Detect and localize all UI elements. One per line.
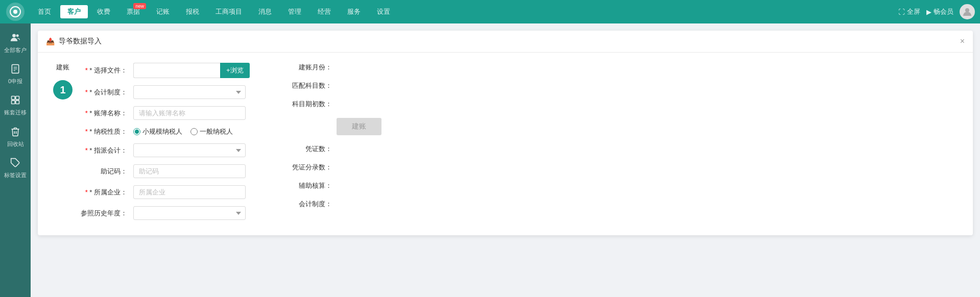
nav-item-manage[interactable]: 管理 xyxy=(281,5,308,18)
ledger-name-row xyxy=(133,106,275,120)
build-account-button[interactable]: 建账 xyxy=(337,118,381,135)
info-accounting-system-label: 会计制度： xyxy=(290,200,336,209)
browse-button[interactable]: +浏览 xyxy=(220,63,250,78)
memo-input[interactable] xyxy=(133,164,246,178)
subjects-initial-label: 科目期初数： xyxy=(290,100,336,109)
nav-item-customer[interactable]: 客户 xyxy=(60,5,88,18)
nav-item-home[interactable]: 首页 xyxy=(31,5,58,18)
memo-row xyxy=(133,164,275,178)
tax-type-label: * 纳税性质： xyxy=(81,127,129,136)
sidebar-tags-label: 标签设置 xyxy=(4,172,27,179)
voucher-entries-row: 凭证分录数： xyxy=(290,163,336,172)
sidebar-item-migration[interactable]: 账套迁移 xyxy=(2,91,29,120)
build-month-label: 建账月份： xyxy=(290,63,336,72)
sidebar-recycle-label: 回收站 xyxy=(7,141,24,147)
sidebar-item-recycle[interactable]: 回收站 xyxy=(2,122,29,152)
build-month-row: 建账月份： xyxy=(290,63,336,72)
sidebar-item-tags[interactable]: 标签设置 xyxy=(2,154,29,183)
dialog-card: 📤 导爷数据导入 × 建账 1 xyxy=(38,31,973,235)
sidebar: 全部客户 0申报 账套迁移 xyxy=(0,23,31,297)
user-avatar[interactable] xyxy=(960,4,975,19)
history-year-row xyxy=(133,206,275,220)
vip-button[interactable]: ▶ 畅会员 xyxy=(926,7,953,16)
form-grid: * 选择文件： +浏览 * 会计制度： xyxy=(81,63,275,220)
general-taxpayer-option[interactable]: 一般纳税人 xyxy=(190,127,233,136)
memo-label: 助记码： xyxy=(81,167,129,176)
nav-item-tax[interactable]: 报税 xyxy=(179,5,206,18)
svg-rect-8 xyxy=(16,96,19,100)
auxiliary-row: 辅助核算： xyxy=(290,181,336,190)
fullscreen-button[interactable]: ⛶ 全屏 xyxy=(898,7,920,16)
history-year-label: 参照历史年度： xyxy=(81,209,129,218)
history-year-select[interactable] xyxy=(133,206,246,220)
nav-item-fees[interactable]: 收费 xyxy=(90,5,117,18)
nav-item-settings[interactable]: 设置 xyxy=(370,5,397,18)
main-content: 📤 导爷数据导入 × 建账 1 xyxy=(31,23,980,297)
company-input[interactable] xyxy=(133,185,246,199)
right-info-area: 建账月份： 匹配科目数： 科目期初数： 建账 xyxy=(275,63,428,220)
tax-radio-group: 小规模纳税人 一般纳税人 xyxy=(133,127,233,136)
fullscreen-icon: ⛶ xyxy=(898,8,905,16)
small-taxpayer-radio[interactable] xyxy=(133,128,140,135)
file-label: * 选择文件： xyxy=(81,66,129,75)
info-accounting-system-row: 会计制度： xyxy=(290,200,336,209)
dialog-body: 建账 1 * 选择文件： +浏览 xyxy=(38,53,973,235)
svg-rect-9 xyxy=(12,101,15,104)
svg-point-1 xyxy=(12,34,16,38)
accountant-select[interactable] xyxy=(133,143,246,157)
match-subjects-label: 匹配科目数： xyxy=(290,81,336,90)
dialog-header: 📤 导爷数据导入 × xyxy=(38,31,973,53)
ledger-name-input[interactable] xyxy=(133,106,246,120)
accountant-label: * 指派会计： xyxy=(81,146,129,155)
svg-point-0 xyxy=(965,8,969,12)
nav-item-business[interactable]: 工商项目 xyxy=(208,5,249,18)
small-taxpayer-option[interactable]: 小规模纳税人 xyxy=(133,127,182,136)
nav-item-message[interactable]: 消息 xyxy=(251,5,279,18)
accounting-system-select[interactable] xyxy=(133,85,246,99)
sidebar-item-declaration[interactable]: 0申报 xyxy=(2,60,29,89)
small-taxpayer-label: 小规模纳税人 xyxy=(142,127,182,136)
close-icon[interactable]: × xyxy=(960,37,965,46)
vip-icon: ▶ xyxy=(926,8,931,16)
ledger-name-label: * 账簿名称： xyxy=(81,109,129,118)
vouchers-row: 凭证数： xyxy=(290,144,336,154)
svg-rect-7 xyxy=(12,96,15,100)
new-badge: new xyxy=(133,3,146,9)
file-input[interactable] xyxy=(133,63,220,78)
voucher-entries-label: 凭证分录数： xyxy=(290,163,336,172)
top-navigation: 首页 客户 收费 票据 new 记账 报税 工商项目 消息 管理 经营 服务 设… xyxy=(0,0,980,23)
nav-item-invoice[interactable]: 票据 new xyxy=(119,5,147,18)
match-subjects-row: 匹配科目数： xyxy=(290,81,336,90)
app-logo xyxy=(5,2,26,22)
nav-item-service[interactable]: 服务 xyxy=(340,5,368,18)
sidebar-declaration-label: 0申报 xyxy=(8,78,22,85)
form-area: 建账 1 * 选择文件： +浏览 xyxy=(53,63,428,220)
tag-icon xyxy=(10,158,20,170)
import-icon: 📤 xyxy=(46,37,55,45)
nav-item-operation[interactable]: 经营 xyxy=(310,5,338,18)
migration-icon xyxy=(10,95,20,108)
nav-item-bookkeeping[interactable]: 记账 xyxy=(149,5,177,18)
step-text: 建账 xyxy=(56,63,69,72)
tax-type-row: 小规模纳税人 一般纳税人 xyxy=(133,127,275,136)
step-number: 1 xyxy=(53,80,73,100)
trash-icon xyxy=(10,127,20,139)
accounting-system-row xyxy=(133,85,275,99)
general-taxpayer-label: 一般纳税人 xyxy=(200,127,233,136)
company-row xyxy=(133,185,275,199)
main-layout: 全部客户 0申报 账套迁移 xyxy=(0,23,980,297)
general-taxpayer-radio[interactable] xyxy=(190,128,198,135)
sidebar-item-all-customers[interactable]: 全部客户 xyxy=(2,29,29,58)
vouchers-label: 凭证数： xyxy=(290,144,336,154)
accountant-row xyxy=(133,143,275,157)
step-indicator: 建账 1 xyxy=(53,63,73,100)
svg-point-2 xyxy=(16,34,19,37)
file-input-group: +浏览 xyxy=(133,63,250,78)
auxiliary-label: 辅助核算： xyxy=(290,181,336,190)
sidebar-all-customers-label: 全部客户 xyxy=(4,47,27,54)
nav-right-area: ⛶ 全屏 ▶ 畅会员 xyxy=(898,4,975,19)
nav-menu: 首页 客户 收费 票据 new 记账 报税 工商项目 消息 管理 经营 服务 设… xyxy=(31,5,898,18)
declaration-icon xyxy=(10,64,20,77)
dialog-title: 导爷数据导入 xyxy=(59,37,102,46)
subjects-initial-row: 科目期初数： xyxy=(290,100,336,109)
